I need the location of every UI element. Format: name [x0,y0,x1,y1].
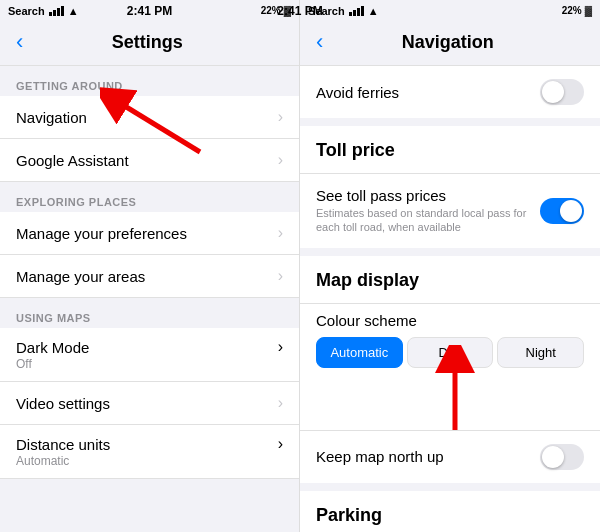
toll-price-title: Toll price [316,140,584,161]
menu-item-manage-areas[interactable]: Manage your areas › [0,255,299,298]
manage-preferences-label: Manage your preferences [16,225,278,242]
right-nav-header: ‹ Navigation [300,21,600,66]
section-header-getting-around: GETTING AROUND [0,66,299,96]
avoid-ferries-label: Avoid ferries [316,84,540,101]
parking-section: Parking [300,491,600,532]
avoid-ferries-row: Avoid ferries [300,66,600,118]
dark-mode-label: Dark Mode [16,339,278,356]
right-time: 2:41 PM [300,4,323,18]
chevron-icon-areas: › [278,267,283,285]
scheme-btn-day[interactable]: Day [407,337,494,368]
distance-units-label: Distance units [16,436,278,453]
right-signal-icon [349,6,364,16]
avoid-ferries-toggle[interactable] [540,79,584,105]
keep-north-row: Keep map north up [300,430,600,483]
parking-title: Parking [316,505,584,526]
gap-3 [300,483,600,491]
left-panel-title: Settings [31,32,283,53]
back-button-left[interactable]: ‹ [16,29,23,55]
menu-item-dark-mode[interactable]: Dark Mode › Off [0,328,299,382]
see-toll-row: See toll pass prices Estimates based on … [300,173,600,248]
section-header-using-maps: USING MAPS [0,298,299,328]
toll-price-section: Toll price [300,126,600,173]
keep-north-thumb [542,446,564,468]
chevron-icon-distance: › [278,435,283,453]
gap-1 [300,118,600,126]
wifi-icon: ▲ [68,5,79,17]
manage-areas-label: Manage your areas [16,268,278,285]
left-status-bar: Search ▲ 2:41 PM 22% ▓ [0,0,299,21]
right-panel-title: Navigation [331,32,584,53]
chevron-icon-google-assistant: › [278,151,283,169]
map-display-section: Map display [300,256,600,303]
colour-scheme-row: Colour scheme Automatic Day Night [300,303,600,380]
menu-item-video-settings[interactable]: Video settings › [0,382,299,425]
right-panel: Search ▲ 2:41 PM 22% ▓ ‹ Navigation Avoi… [300,0,600,532]
see-toll-labels: See toll pass prices Estimates based on … [316,187,540,235]
map-display-title: Map display [316,270,584,291]
navigation-label: Navigation [16,109,278,126]
section-header-exploring: EXPLORING PLACES [0,182,299,212]
left-panel: Search ▲ 2:41 PM 22% ▓ ‹ Settings GETTIN… [0,0,300,532]
scheme-btn-automatic[interactable]: Automatic [316,337,403,368]
video-settings-label: Video settings [16,395,278,412]
right-wifi-icon: ▲ [368,5,379,17]
menu-item-distance-units[interactable]: Distance units › Automatic [0,425,299,479]
gap-2 [300,248,600,256]
search-label: Search [8,5,45,17]
left-nav-header: ‹ Settings [0,21,299,66]
avoid-ferries-thumb [542,81,564,103]
left-time: 2:41 PM [127,4,172,18]
menu-item-navigation[interactable]: Navigation › [0,96,299,139]
chevron-icon-navigation: › [278,108,283,126]
keep-north-label: Keep map north up [316,448,540,465]
chevron-icon-dark-mode: › [278,338,283,356]
see-toll-label: See toll pass prices [316,187,540,204]
scheme-btn-night[interactable]: Night [497,337,584,368]
colour-scheme-label: Colour scheme [316,312,584,329]
keep-north-toggle[interactable] [540,444,584,470]
menu-item-google-assistant[interactable]: Google Assistant › [0,139,299,182]
chevron-icon-video: › [278,394,283,412]
menu-item-manage-preferences[interactable]: Manage your preferences › [0,212,299,255]
right-status-right: 22% ▓ [562,5,592,16]
colour-scheme-buttons: Automatic Day Night [316,337,584,368]
navigation-settings-scroll[interactable]: Avoid ferries Toll price See toll pass p… [300,66,600,532]
battery-icon-right: ▓ [585,5,592,16]
back-button-right[interactable]: ‹ [316,29,323,55]
see-toll-sub: Estimates based on standard local pass f… [316,206,540,235]
dark-mode-sub: Off [16,357,283,371]
chevron-icon-prefs: › [278,224,283,242]
battery-percent-right: 22% [562,5,582,16]
right-status-left: Search ▲ [308,5,562,17]
right-status-bar: Search ▲ 2:41 PM 22% ▓ [300,0,600,21]
see-toll-thumb [560,200,582,222]
see-toll-toggle[interactable] [540,198,584,224]
signal-icon [49,6,64,16]
distance-units-sub: Automatic [16,454,283,468]
google-assistant-label: Google Assistant [16,152,278,169]
